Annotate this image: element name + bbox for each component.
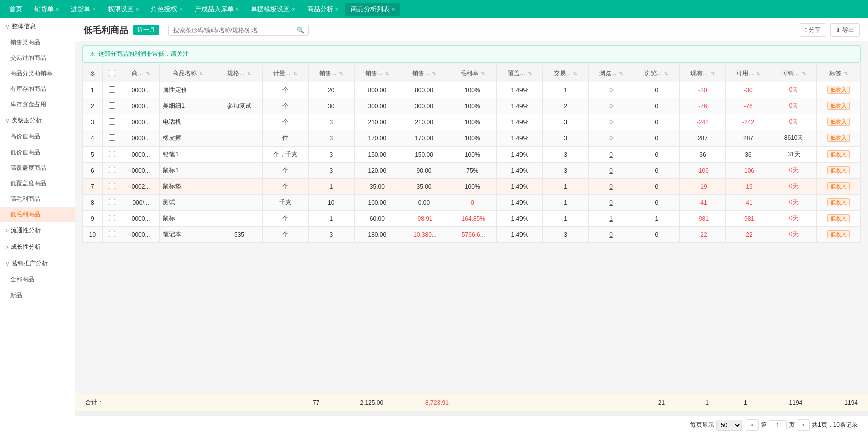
export-button[interactable]: ⬇ 导出	[830, 23, 860, 37]
nav-item-单据模板设置[interactable]: 单据模板设置×	[246, 3, 300, 16]
row-browse1[interactable]: 0	[588, 227, 634, 243]
browse1-link[interactable]: 0	[609, 183, 613, 190]
prev-page-button[interactable]: ＜	[746, 419, 759, 431]
sidebar-group-类畅度分析[interactable]: ∨类畅度分析	[0, 112, 75, 129]
close-icon[interactable]: ×	[56, 6, 59, 12]
row-checkbox[interactable]	[102, 163, 122, 179]
col-checkbox[interactable]	[102, 65, 122, 82]
sidebar-group-营销推广分析[interactable]: ∨营销推广分析	[0, 255, 75, 272]
sidebar-item-低毛利商品[interactable]: 低毛利商品	[0, 207, 75, 222]
col-name[interactable]: 商品名称 ⇅	[160, 65, 216, 82]
col-saleable[interactable]: 可销... ⇅	[771, 65, 817, 82]
row-checkbox[interactable]	[102, 227, 122, 243]
browse1-link[interactable]: 0	[609, 87, 613, 94]
nav-item-产成品入库单[interactable]: 产成品入库单×	[190, 3, 244, 16]
row-checkbox[interactable]	[102, 82, 122, 98]
sidebar-item-销售类商品[interactable]: 销售类商品	[0, 35, 75, 50]
row-select-checkbox[interactable]	[109, 151, 115, 157]
row-select-checkbox[interactable]	[109, 102, 115, 109]
row-browse1[interactable]: 0	[588, 195, 634, 211]
browse1-link[interactable]: 0	[609, 167, 613, 174]
col-sales-profit[interactable]: 销售... ⇅	[400, 65, 448, 82]
row-select-checkbox[interactable]	[109, 231, 115, 237]
horizontal-scrollbar[interactable]	[75, 411, 868, 416]
browse1-link[interactable]: 0	[609, 103, 613, 110]
row-checkbox[interactable]	[102, 98, 122, 114]
col-current[interactable]: 现有... ⇅	[679, 65, 725, 82]
nav-item-销货单[interactable]: 销货单×	[29, 3, 64, 16]
col-tag[interactable]: 标签 ⇅	[817, 65, 861, 82]
nav-item-角色授权[interactable]: 角色授权×	[146, 3, 187, 16]
search-icon[interactable]: 🔍	[297, 27, 304, 34]
sidebar-group-成长性分析[interactable]: >成长性分析	[0, 239, 75, 255]
sidebar-group-流通性分析[interactable]: >流通性分析	[0, 222, 75, 239]
nav-item-权限设置[interactable]: 权限设置×	[103, 3, 144, 16]
browse1-link[interactable]: 0	[609, 119, 613, 126]
nav-item-商品分析列表[interactable]: 商品分析列表×	[345, 3, 400, 16]
col-gross-margin[interactable]: 毛利率 ⇅	[448, 65, 497, 82]
close-icon[interactable]: ×	[92, 6, 95, 12]
row-select-checkbox[interactable]	[109, 86, 115, 93]
sidebar-group-整体信息[interactable]: ∨整体信息	[0, 18, 75, 35]
row-select-checkbox[interactable]	[109, 118, 115, 125]
page-input[interactable]	[769, 420, 787, 430]
select-all-checkbox[interactable]	[109, 70, 115, 76]
sidebar-item-高价值商品[interactable]: 高价值商品	[0, 129, 75, 144]
share-button[interactable]: ⤴ 分享	[799, 23, 826, 37]
period-tag[interactable]: 近一月	[133, 25, 159, 35]
close-icon[interactable]: ×	[236, 6, 239, 12]
close-icon[interactable]: ×	[335, 6, 338, 12]
row-select-checkbox[interactable]	[109, 167, 115, 173]
col-code[interactable]: 商... ⇅	[122, 65, 160, 82]
sidebar-item-低覆盖度商品[interactable]: 低覆盖度商品	[0, 176, 75, 191]
row-browse1[interactable]: 0	[588, 179, 634, 195]
sidebar-item-高毛利商品[interactable]: 高毛利商品	[0, 191, 75, 207]
row-checkbox[interactable]	[102, 130, 122, 147]
close-icon[interactable]: ×	[136, 6, 139, 12]
col-coverage[interactable]: 覆盖... ⇅	[497, 65, 543, 82]
row-browse1[interactable]: 0	[588, 163, 634, 179]
row-browse1[interactable]: 1	[588, 211, 634, 227]
col-sales-price[interactable]: 销售... ⇅	[354, 65, 400, 82]
browse1-link[interactable]: 0	[609, 231, 613, 238]
nav-item-商品分析[interactable]: 商品分析×	[302, 3, 343, 16]
search-input[interactable]	[173, 27, 295, 34]
col-settings[interactable]: ⚙	[83, 65, 103, 82]
col-browse2[interactable]: 浏览... ⇅	[634, 65, 679, 82]
sidebar-item-全部商品[interactable]: 全部商品	[0, 272, 75, 287]
row-select-checkbox[interactable]	[109, 183, 115, 189]
col-trade[interactable]: 交易... ⇅	[543, 65, 588, 82]
browse1-link[interactable]: 0	[609, 135, 613, 142]
col-unit[interactable]: 计量... ⇅	[262, 65, 308, 82]
row-checkbox[interactable]	[102, 211, 122, 227]
nav-item-首页[interactable]: 首页	[4, 3, 27, 16]
row-browse1[interactable]: 0	[588, 147, 634, 163]
sidebar-item-商品分类助销率[interactable]: 商品分类助销率	[0, 66, 75, 81]
nav-item-进货单[interactable]: 进货单×	[66, 3, 100, 16]
col-sales-qty[interactable]: 销售... ⇅	[308, 65, 354, 82]
sidebar-item-库存资金占用[interactable]: 库存资金占用	[0, 97, 75, 112]
sidebar-item-高覆盖度商品[interactable]: 高覆盖度商品	[0, 160, 75, 176]
sidebar-item-新品[interactable]: 新品	[0, 287, 75, 303]
row-checkbox[interactable]	[102, 195, 122, 211]
sidebar-item-低价值商品[interactable]: 低价值商品	[0, 144, 75, 160]
per-page-select[interactable]: 50 20 100	[716, 420, 742, 431]
close-icon[interactable]: ×	[392, 6, 395, 12]
sidebar-item-有库存的商品[interactable]: 有库存的商品	[0, 81, 75, 97]
col-browse1[interactable]: 浏览... ⇅	[588, 65, 634, 82]
browse1-link[interactable]: 1	[609, 215, 613, 222]
row-browse1[interactable]: 0	[588, 98, 634, 114]
row-browse1[interactable]: 0	[588, 130, 634, 147]
browse1-link[interactable]: 0	[609, 199, 613, 206]
browse1-link[interactable]: 0	[609, 151, 613, 158]
row-select-checkbox[interactable]	[109, 199, 115, 205]
sidebar-item-交易过的商品[interactable]: 交易过的商品	[0, 50, 75, 66]
col-spec[interactable]: 规格... ⇅	[216, 65, 262, 82]
row-browse1[interactable]: 0	[588, 114, 634, 130]
row-browse1[interactable]: 0	[588, 82, 634, 98]
row-select-checkbox[interactable]	[109, 134, 115, 141]
row-checkbox[interactable]	[102, 147, 122, 163]
col-available[interactable]: 可用... ⇅	[725, 65, 771, 82]
close-icon[interactable]: ×	[292, 6, 295, 12]
row-select-checkbox[interactable]	[109, 215, 115, 221]
